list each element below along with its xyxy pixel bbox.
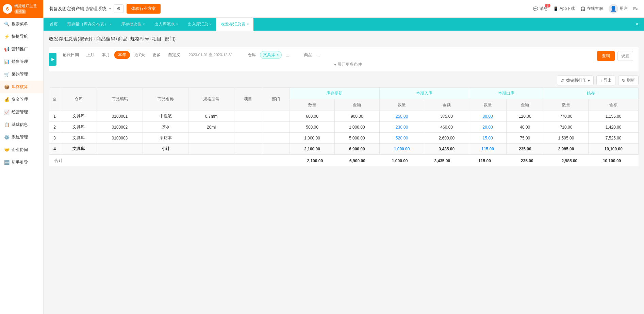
bell-icon: 💬 [533, 6, 538, 11]
out-qty-link[interactable]: 80.00 [483, 114, 493, 119]
sidebar-item-enterprise[interactable]: 🤝 企业协同 [0, 144, 43, 156]
sidebar-item-guide[interactable]: 🆕 新手引导 [0, 156, 43, 169]
sidebar-item-inventory[interactable]: 📦 库存核算 [0, 81, 43, 93]
sidebar-item-operations[interactable]: 📈 经营管理 [0, 106, 43, 118]
cell-goods-spec: 20ml [188, 122, 234, 133]
tab-batch-label: 库存批次账 [121, 21, 142, 27]
tab-stock-summary[interactable]: 收发存汇总表 × [216, 18, 253, 31]
th-project: 项目 [234, 88, 262, 111]
phone-icon: 📱 [553, 6, 558, 11]
print-button[interactable]: 🖨 拨销版打印 ▾ [557, 76, 594, 85]
table-row: 1 文具库 0100001 中性笔 0.7mm 600.00 900.00 25… [49, 111, 639, 122]
in-qty-link[interactable]: 1,000.00 [394, 147, 410, 151]
money-icon: 💰 [4, 97, 10, 102]
cell-balance-qty: 710.00 [544, 122, 589, 133]
tab-inout-flow-close[interactable]: × [176, 22, 178, 26]
sidebar-item-purchase-label: 采购管理 [12, 71, 28, 77]
tab-stock-summary-close[interactable]: × [247, 22, 249, 26]
sidebar-item-quicknav-label: 快捷导航 [12, 34, 28, 39]
goods-more-btn[interactable]: ... [316, 53, 320, 57]
settings-button[interactable]: ⚙ [114, 4, 124, 13]
refresh-label: 刷新 [627, 78, 635, 83]
headset-icon: 🎧 [580, 6, 585, 11]
sidebar-item-marketing[interactable]: 📢 营销推广 [0, 43, 43, 55]
tab-home[interactable]: 首页 [45, 18, 63, 31]
cell-project [234, 144, 262, 154]
messages-icon-item[interactable]: 💬 消息 6 [533, 6, 548, 12]
user-item[interactable]: 👤 用户 [609, 4, 628, 14]
cell-in-qty: 250.00 [379, 111, 424, 122]
date-btn-this-year[interactable]: 本年 [114, 51, 130, 59]
query-button[interactable]: 查询 [597, 51, 615, 61]
column-settings-icon[interactable]: ⚙ [52, 97, 57, 102]
in-qty-link[interactable]: 520.00 [396, 136, 408, 141]
in-qty-link[interactable]: 250.00 [396, 114, 408, 119]
cell-rownum: 2 [49, 122, 60, 133]
tab-inout-flow[interactable]: 出入库流水 × [150, 18, 183, 31]
app-download-item[interactable]: 📱 App下载 [553, 6, 575, 12]
warehouse-tag-close-icon[interactable]: × [277, 53, 279, 57]
cell-project [234, 133, 262, 144]
cell-balance-qty: 2,985.00 [544, 144, 589, 154]
date-btn-7days[interactable]: 近7天 [131, 51, 148, 59]
cell-opening-amt: 1,000.00 [334, 122, 379, 133]
ea-label: Ea [633, 6, 639, 11]
cell-opening-amt: 900.00 [334, 111, 379, 122]
date-btn-last-month[interactable]: 上月 [83, 51, 97, 59]
cell-in-qty: 520.00 [379, 133, 424, 144]
tab-inout-summary-close[interactable]: × [210, 22, 212, 26]
date-btn-custom[interactable]: 自定义 [165, 51, 183, 59]
table-row: 3 文具库 0100003 采访本 1,000.00 5,000.00 520.… [49, 133, 639, 144]
filter-expand-arrow[interactable]: ▶ [49, 53, 56, 66]
tab-bar-close-all[interactable]: × [631, 21, 643, 27]
sidebar-item-system[interactable]: ⚙️ 系统管理 [0, 131, 43, 144]
cell-goods-name: 胶水 [143, 122, 188, 133]
box-icon: 📦 [4, 84, 10, 90]
online-service-item[interactable]: 🎧 在线客服 [580, 6, 603, 12]
out-qty-link[interactable]: 15.00 [483, 136, 493, 141]
export-button[interactable]: ↑ 导出 [596, 76, 615, 85]
footer-in-amt: 3,435.00 [421, 159, 464, 163]
sidebar-item-purchase[interactable]: 🛒 采购管理 [0, 68, 43, 81]
expand-more-btn[interactable]: ▾ 展开更多条件 [63, 62, 633, 67]
sidebar-item-quicknav[interactable]: ⚡ 快捷导航 [0, 30, 43, 43]
chevron-down-icon[interactable]: ▾ [109, 7, 111, 11]
cell-warehouse: 文具库 [60, 133, 97, 144]
cell-in-amt: 460.00 [424, 122, 469, 133]
footer-in-qty: 1,000.00 [379, 159, 421, 163]
data-table-wrap: ⚙ 仓库 商品编码 商品名称 规格型号 项目 部门 库存期初 本期入库 本期出库… [49, 87, 639, 154]
out-qty-link[interactable]: 20.00 [483, 125, 493, 130]
date-btn-more[interactable]: 更多 [149, 51, 164, 59]
filter-settings-button[interactable]: 设置 [617, 51, 633, 61]
sidebar-item-sales[interactable]: 📊 销售管理 [0, 55, 43, 68]
main-area: 装备及固定资产辅助管理系统 ▾ ⚙ 体验行业方案 💬 消息 6 📱 App下载 … [44, 0, 644, 314]
out-qty-link[interactable]: 115.00 [481, 147, 494, 151]
sidebar-item-guide-label: 新手引导 [12, 160, 28, 165]
filter-row: 记账日期 上月 本月 本年 近7天 更多 自定义 2023-01-01 至 20… [63, 51, 633, 59]
refresh-button[interactable]: ↻ 刷新 [618, 76, 639, 85]
th-in-amt: 金额 [424, 99, 469, 111]
cell-project [234, 122, 262, 133]
tab-inventory-dist[interactable]: 现存量（库存分布表） × [63, 18, 116, 31]
tab-batch-close[interactable]: × [143, 22, 145, 26]
cell-goods-name: 中性笔 [143, 111, 188, 122]
cell-in-qty: 1,000.00 [379, 144, 424, 154]
tab-inventory-dist-close[interactable]: × [110, 22, 112, 26]
sidebar-item-search[interactable]: 🔍 搜索菜单 [0, 18, 43, 30]
messages-badge: 6 [545, 4, 550, 7]
cell-out-amt: 75.00 [506, 133, 544, 144]
cell-goods-name: 采访本 [143, 133, 188, 144]
sidebar-item-basicinfo[interactable]: 📋 基础信息 [0, 118, 43, 131]
cell-opening-qty: 2,100.00 [290, 144, 335, 154]
in-qty-link[interactable]: 230.00 [396, 125, 408, 130]
tab-batch[interactable]: 库存批次账 × [116, 18, 150, 31]
sidebar-item-finance[interactable]: 💰 资金管理 [0, 93, 43, 106]
tab-inout-summary[interactable]: 出入库汇总 × [183, 18, 216, 31]
table-footer: 合计 2,100.00 6,900.00 1,000.00 3,435.00 1… [49, 154, 639, 166]
cell-opening-qty: 600.00 [290, 111, 335, 122]
warehouse-more-btn[interactable]: ... [286, 53, 289, 57]
cell-in-amt: 2,600.00 [424, 133, 469, 144]
date-btn-this-month[interactable]: 本月 [99, 51, 113, 59]
try-industry-button[interactable]: 体验行业方案 [127, 4, 161, 14]
cell-department [262, 122, 290, 133]
